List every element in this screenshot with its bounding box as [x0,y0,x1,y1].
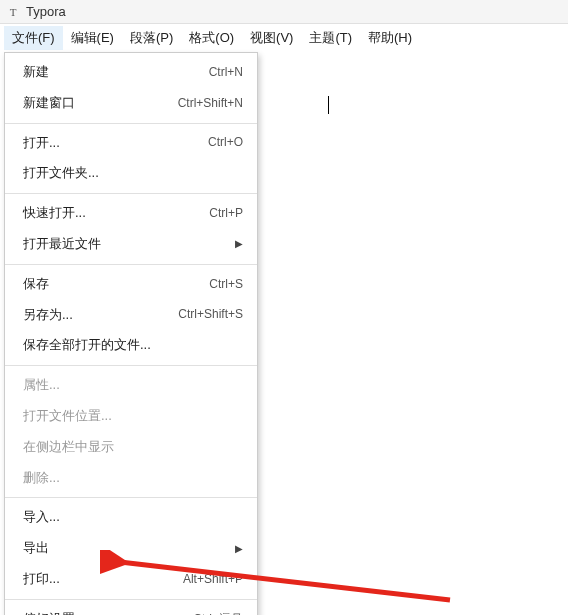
menu-item-shortcut: Ctrl+O [208,133,243,152]
menubar-item-view[interactable]: 视图(V) [242,26,301,50]
menu-item-label: 打印... [23,569,60,590]
menu-item-label: 导入... [23,507,60,528]
menu-item-shortcut: Ctrl+N [209,63,243,82]
menu-item-shortcut: Alt+Shift+P [183,570,243,589]
menu-item-label: 打开最近文件 [23,234,101,255]
menu-item-label: 新建窗口 [23,93,75,114]
app-title: Typora [26,4,66,19]
menu-item-quick-open[interactable]: 快速打开... Ctrl+P [5,198,257,229]
menu-item-import[interactable]: 导入... [5,502,257,533]
menu-separator [5,599,257,600]
menu-item-open-folder[interactable]: 打开文件夹... [5,158,257,189]
menu-separator [5,264,257,265]
menu-item-print[interactable]: 打印... Alt+Shift+P [5,564,257,595]
menu-item-delete: 删除... [5,463,257,494]
menubar-item-edit[interactable]: 编辑(E) [63,26,122,50]
menu-item-label: 新建 [23,62,49,83]
menu-separator [5,497,257,498]
menu-item-save-all[interactable]: 保存全部打开的文件... [5,330,257,361]
menu-item-new[interactable]: 新建 Ctrl+N [5,57,257,88]
menu-item-properties: 属性... [5,370,257,401]
menu-item-label: 属性... [23,375,60,396]
text-cursor [328,96,329,114]
menu-item-label: 删除... [23,468,60,489]
menu-item-label: 偏好设置... [23,609,86,615]
menubar-item-file[interactable]: 文件(F) [4,26,63,50]
menubar: 文件(F) 编辑(E) 段落(P) 格式(O) 视图(V) 主题(T) 帮助(H… [0,24,568,52]
menu-item-save-as[interactable]: 另存为... Ctrl+Shift+S [5,300,257,331]
menu-item-export[interactable]: 导出 ▶ [5,533,257,564]
menu-item-open[interactable]: 打开... Ctrl+O [5,128,257,159]
menu-item-save[interactable]: 保存 Ctrl+S [5,269,257,300]
menu-item-reveal-in-sidebar: 在侧边栏中显示 [5,432,257,463]
menu-item-label: 保存 [23,274,49,295]
menu-item-label: 快速打开... [23,203,86,224]
menu-item-shortcut: Ctrl+Shift+N [178,94,243,113]
menu-item-label: 打开文件夹... [23,163,99,184]
chevron-right-icon: ▶ [235,236,243,252]
menubar-item-help[interactable]: 帮助(H) [360,26,420,50]
menubar-item-format[interactable]: 格式(O) [181,26,242,50]
menubar-item-theme[interactable]: 主题(T) [301,26,360,50]
menu-separator [5,123,257,124]
menu-item-label: 在侧边栏中显示 [23,437,114,458]
menu-item-shortcut: Ctrl+逗号 [193,610,243,615]
menu-separator [5,193,257,194]
menu-item-label: 打开... [23,133,60,154]
menu-item-label: 导出 [23,538,49,559]
app-icon: T [6,5,20,19]
file-dropdown: 新建 Ctrl+N 新建窗口 Ctrl+Shift+N 打开... Ctrl+O… [4,52,258,615]
chevron-right-icon: ▶ [235,541,243,557]
menu-item-open-recent[interactable]: 打开最近文件 ▶ [5,229,257,260]
menu-item-open-file-location: 打开文件位置... [5,401,257,432]
menu-item-shortcut: Ctrl+Shift+S [178,305,243,324]
menu-item-label: 打开文件位置... [23,406,112,427]
menu-separator [5,365,257,366]
menu-item-label: 保存全部打开的文件... [23,335,151,356]
titlebar: T Typora [0,0,568,24]
menu-item-shortcut: Ctrl+S [209,275,243,294]
menu-item-shortcut: Ctrl+P [209,204,243,223]
menubar-item-paragraph[interactable]: 段落(P) [122,26,181,50]
menu-item-label: 另存为... [23,305,73,326]
menu-item-new-window[interactable]: 新建窗口 Ctrl+Shift+N [5,88,257,119]
menu-item-preferences[interactable]: 偏好设置... Ctrl+逗号 [5,604,257,615]
